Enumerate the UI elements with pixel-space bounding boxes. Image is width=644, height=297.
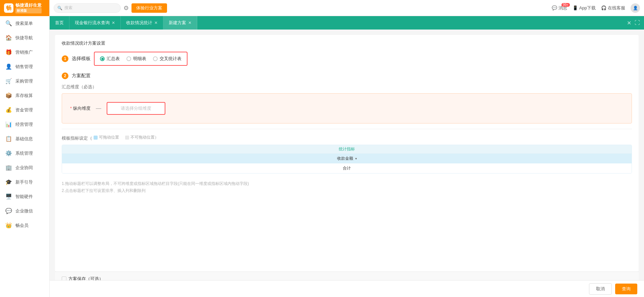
page-title: 收款情况统计方案设置 <box>62 40 632 46</box>
tab-bank-close[interactable]: ✕ <box>112 20 115 25</box>
tab-receipt-label: 收款情况统计 <box>126 20 152 26</box>
tab-bank[interactable]: 现金银行流水查询 ✕ <box>69 16 121 30</box>
hint-blue-box <box>94 136 98 140</box>
box-icon: 📦 <box>5 92 12 99</box>
logo-icon: 畅 <box>4 3 13 13</box>
step1-badge: 1 <box>62 55 68 62</box>
download-icon: 📱 <box>573 5 578 10</box>
gear-icon: ⚙️ <box>5 150 12 156</box>
sidebar-item-system[interactable]: ⚙️ 系统管理 <box>0 146 49 160</box>
sidebar-item-enterprise[interactable]: 🏢 企业协同 <box>0 160 49 175</box>
message-button[interactable]: 💬 消息 99+ <box>552 5 567 11</box>
search-bar[interactable]: 🔍 搜索 <box>54 3 121 13</box>
tab-new-plan[interactable]: 新建方案 ✕ <box>163 16 197 30</box>
money-icon: 💰 <box>5 107 12 113</box>
dim-select-button[interactable]: 请选择分组维度 <box>107 102 165 115</box>
sidebar-item-quick-nav[interactable]: 🏠 快捷导航 <box>0 31 49 45</box>
sidebar-label-enterprise: 企业协同 <box>15 165 33 171</box>
tab-new-plan-close[interactable]: ✕ <box>188 20 192 25</box>
tab-receipt-stat[interactable]: 收款情况统计 ✕ <box>121 16 163 30</box>
logo-badge: 标准版 <box>15 8 42 13</box>
logo-name: 畅捷通好生意 <box>15 3 42 8</box>
tips-section: 1.拖动标题栏可以调整布局，不可跨维度或指标区域拖动栏目字段(只能在同一维度或指… <box>62 180 632 195</box>
user-avatar[interactable]: 👤 <box>631 3 640 13</box>
search-icon: 🔍 <box>5 20 12 27</box>
sidebar-logo: 畅 畅捷通好生意 标准版 <box>0 0 49 16</box>
radio-cross-label: 交叉统计表 <box>160 56 181 62</box>
radio-detail[interactable]: 明细表 <box>126 56 146 62</box>
sidebar-item-basic[interactable]: 📋 基础信息 <box>0 132 49 146</box>
sidebar-item-sales[interactable]: 👤 销售管理 <box>0 59 49 74</box>
sidebar-label-member: 畅会员 <box>15 222 29 229</box>
radio-summary-label: 汇总表 <box>107 56 120 62</box>
sidebar-item-wechat[interactable]: 💬 企业微信 <box>0 204 49 218</box>
stats-category-header: 统计指标 <box>62 145 632 154</box>
app-download-button[interactable]: 📱 App下载 <box>573 5 596 11</box>
tab-bar: 首页 现金银行流水查询 ✕ 收款情况统计 ✕ 新建方案 ✕ ✕ ⛶ <box>50 16 644 30</box>
sidebar-item-member[interactable]: 👑 畅会员 <box>0 218 49 233</box>
radio-summary-circle <box>100 56 105 61</box>
sidebar-label-quick-nav: 快捷导航 <box>15 35 33 41</box>
tip-line-2: 2.点击标题栏下拉可设置排序、插入列和删除列 <box>62 187 632 195</box>
tip-line-1: 1.拖动标题栏可以调整布局，不可跨维度或指标区域拖动栏目字段(只能在同一维度或指… <box>62 180 632 188</box>
sidebar-item-newbie[interactable]: 🎓 新手引导 <box>0 175 49 189</box>
tip-text-2: 2.点击标题栏下拉可设置排序、插入列和删除列 <box>62 187 146 195</box>
tab-expand-icon[interactable]: ⛶ <box>635 20 640 26</box>
message-icon: 💬 <box>552 5 557 10</box>
grad-icon: 🎓 <box>5 179 12 185</box>
online-service-button[interactable]: 🎧 在线客服 <box>601 5 625 11</box>
sidebar-label-operation: 经营管理 <box>15 121 33 128</box>
radio-detail-circle <box>126 56 131 61</box>
tab-home[interactable]: 首页 <box>50 16 69 30</box>
sidebar-item-finance[interactable]: 💰 资金管理 <box>0 103 49 117</box>
config-section: 汇总维度（必选） * 纵向维度 — 请选择分组维度 模板指标设定（ <box>62 84 632 195</box>
sidebar-label-newbie: 新手引导 <box>15 179 33 185</box>
tab-close-all-icon[interactable]: ✕ <box>627 20 631 26</box>
fixed-hint: 不可拖动位置） <box>125 135 159 140</box>
radio-cross[interactable]: 交叉统计表 <box>153 56 181 62</box>
chart-icon: 📊 <box>5 121 12 128</box>
stats-box-container: 统计指标 收款金额 ▾ 合计 <box>62 145 632 174</box>
sidebar-nav: 🔍 搜索菜单 🏠 快捷导航 🎁 营销推广 👤 销售管理 🛒 采购管理 📦 库存核… <box>0 16 49 297</box>
template-selection-box: 汇总表 明细表 交叉统计表 <box>94 52 187 66</box>
step1-label: 选择模板 <box>72 56 91 62</box>
monitor-icon: 🖥️ <box>5 193 12 200</box>
sidebar-label-basic: 基础信息 <box>15 136 33 142</box>
header-left: 🔍 搜索 ⚙ 体验行业方案 <box>54 3 167 13</box>
sidebar: 畅 畅捷通好生意 标准版 🔍 搜索菜单 🏠 快捷导航 🎁 营销推广 👤 销售管理… <box>0 0 50 297</box>
home-icon: 🏠 <box>5 35 12 41</box>
tab-receipt-close[interactable]: ✕ <box>154 20 158 25</box>
hint-gray-box <box>125 136 129 140</box>
sidebar-item-marketing[interactable]: 🎁 营销推广 <box>0 45 49 59</box>
settings-icon[interactable]: ⚙ <box>123 4 129 12</box>
stats-tag-amount[interactable]: 收款金额 ▾ <box>62 154 632 163</box>
service-icon: 🎧 <box>601 5 606 10</box>
tip-text-1: 1.拖动标题栏可以调整布局，不可跨维度或指标区域拖动栏目字段(只能在同一维度或指… <box>62 180 249 188</box>
query-button[interactable]: 查询 <box>615 284 637 294</box>
list-icon: 📋 <box>5 136 12 142</box>
main-content: 收款情况统计方案设置 1 选择模板 汇总表 <box>50 30 644 297</box>
sidebar-label-inventory: 库存核算 <box>15 93 33 99</box>
sidebar-label-purchase: 采购管理 <box>15 78 33 84</box>
sidebar-item-search[interactable]: 🔍 搜索菜单 <box>0 16 49 31</box>
sidebar-item-inventory[interactable]: 📦 库存核算 <box>0 88 49 103</box>
sidebar-item-purchase[interactable]: 🛒 采购管理 <box>0 74 49 88</box>
search-placeholder: 搜索 <box>64 5 72 11</box>
search-icon: 🔍 <box>57 6 62 10</box>
stats-category-box: 统计指标 收款金额 ▾ 合计 <box>62 145 632 174</box>
sidebar-label-marketing: 营销推广 <box>15 49 33 55</box>
draggable-hint: 可拖动位置 <box>94 135 119 140</box>
gift-icon: 🎁 <box>5 49 12 55</box>
step1-header: 1 选择模板 汇总表 明细表 <box>62 52 632 66</box>
message-badge: 99+ <box>561 3 570 7</box>
sidebar-label-system: 系统管理 <box>15 150 33 156</box>
dim-section-label: 汇总维度（必选） <box>62 84 632 90</box>
sidebar-item-hardware[interactable]: 🖥️ 智能硬件 <box>0 189 49 204</box>
sidebar-item-operation[interactable]: 📊 经营管理 <box>0 117 49 132</box>
step2-label: 方案配置 <box>72 73 91 79</box>
stats-tag-label: 收款金额 <box>337 156 353 161</box>
cart-icon: 🛒 <box>5 78 12 84</box>
trial-button[interactable]: 体验行业方案 <box>131 3 167 13</box>
cancel-button[interactable]: 取消 <box>589 283 612 295</box>
radio-summary[interactable]: 汇总表 <box>100 56 120 62</box>
